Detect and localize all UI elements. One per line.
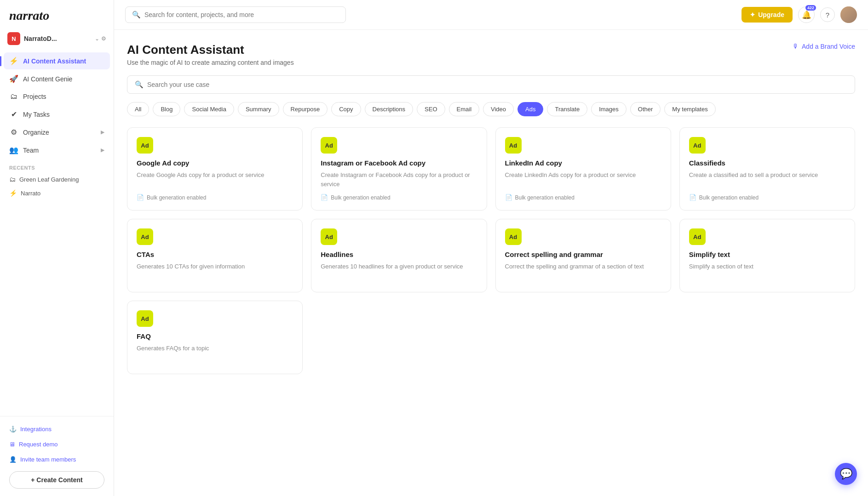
- recent-item-green-leaf[interactable]: 🗂 Green Leaf Gardening: [0, 172, 114, 186]
- card-headlines[interactable]: Ad Headlines Generates 10 headlines for …: [311, 219, 487, 292]
- user-avatar[interactable]: [840, 6, 857, 23]
- bulk-icon: 📄: [137, 194, 144, 201]
- chevron-down-icon[interactable]: ⌄: [95, 35, 99, 42]
- card-badge: Ad: [689, 137, 706, 154]
- filter-tab-copy[interactable]: Copy: [331, 102, 361, 116]
- workspace-selector[interactable]: N NarratoD... ⌄ ⚙: [0, 29, 114, 49]
- search-icon: 🔍: [132, 11, 141, 19]
- card-badge: Ad: [137, 228, 153, 245]
- lightning-icon: ⚡: [9, 189, 17, 197]
- filter-tab-summary[interactable]: Summary: [238, 102, 279, 116]
- card-ctas[interactable]: Ad CTAs Generates 10 CTAs for given info…: [127, 219, 303, 292]
- card-faq[interactable]: Ad FAQ Generates FAQs for a topic: [127, 301, 303, 374]
- sidebar-item-organize[interactable]: ⚙ Organize ▶: [4, 124, 110, 141]
- card-title: Correct spelling and grammar: [505, 251, 661, 258]
- check-icon: ✔: [9, 110, 18, 119]
- card-badge: Ad: [505, 137, 522, 154]
- card-desc: Correct the spelling and grammar of a se…: [505, 262, 661, 283]
- filter-tab-video[interactable]: Video: [483, 102, 514, 116]
- filter-tabs: All Blog Social Media Summary Repurpose …: [127, 102, 855, 116]
- card-badge: Ad: [321, 137, 337, 154]
- card-badge: Ad: [137, 137, 153, 154]
- bulk-label: Bulk generation enabled: [515, 194, 575, 201]
- recent-item-label: Narrato: [21, 190, 40, 197]
- filter-tab-translate[interactable]: Translate: [547, 102, 587, 116]
- filter-tab-other[interactable]: Other: [630, 102, 661, 116]
- sidebar-item-label: Organize: [23, 129, 49, 136]
- star-icon: ✦: [750, 11, 755, 18]
- sidebar-item-my-tasks[interactable]: ✔ My Tasks: [4, 106, 110, 123]
- filter-tab-seo[interactable]: SEO: [417, 102, 445, 116]
- sidebar: narrato N NarratoD... ⌄ ⚙ ⚡ AI Content A…: [0, 0, 114, 496]
- notification-badge: 422: [805, 5, 816, 11]
- sidebar-item-team[interactable]: 👥 Team ▶: [4, 142, 110, 159]
- workspace-controls: ⌄ ⚙: [95, 35, 106, 42]
- rocket-icon: 🚀: [9, 74, 18, 83]
- card-desc: Create Google Ads copy for a product or …: [137, 171, 293, 188]
- page-title: AI Content Assistant: [127, 43, 294, 57]
- request-demo-link[interactable]: 🖥 Request demo: [4, 437, 110, 451]
- filter-tab-ads[interactable]: Ads: [517, 102, 543, 116]
- card-classifieds[interactable]: Ad Classifieds Create a classified ad to…: [679, 127, 855, 211]
- create-content-button[interactable]: + Create Content: [9, 471, 104, 489]
- global-search-bar[interactable]: 🔍: [125, 6, 346, 23]
- bulk-label: Bulk generation enabled: [147, 194, 206, 201]
- card-linkedin-ad[interactable]: Ad LinkedIn Ad copy Create LinkedIn Ads …: [495, 127, 671, 211]
- card-instagram-facebook-ad[interactable]: Ad Instagram or Facebook Ad copy Create …: [311, 127, 487, 211]
- invite-team-label: Invite team members: [20, 456, 76, 463]
- header-right: ✦ Upgrade 🔔 422 ?: [742, 6, 857, 23]
- filter-tab-descriptions[interactable]: Descriptions: [365, 102, 414, 116]
- recents-label: Recents: [0, 159, 114, 172]
- gear-icon: ⚙: [9, 128, 18, 137]
- request-demo-label: Request demo: [19, 441, 58, 448]
- main-content: 🔍 ✦ Upgrade 🔔 422 ? AI Content Assistant: [114, 0, 868, 496]
- global-search-input[interactable]: [144, 11, 339, 18]
- team-icon: 👥: [9, 146, 18, 154]
- filter-tab-all[interactable]: All: [127, 102, 149, 116]
- filter-tab-social-media[interactable]: Social Media: [184, 102, 234, 116]
- card-badge: Ad: [505, 228, 522, 245]
- bulk-icon: 📄: [505, 194, 512, 201]
- filter-tab-my-templates[interactable]: My templates: [664, 102, 715, 116]
- sidebar-item-label: Projects: [23, 93, 46, 100]
- upgrade-label: Upgrade: [758, 11, 784, 18]
- recent-item-label: Green Leaf Gardening: [19, 176, 79, 183]
- filter-tab-images[interactable]: Images: [591, 102, 627, 116]
- workspace-avatar: N: [7, 32, 20, 45]
- card-google-ad[interactable]: Ad Google Ad copy Create Google Ads copy…: [127, 127, 303, 211]
- use-case-search-input[interactable]: [147, 81, 847, 88]
- filter-tab-repurpose[interactable]: Repurpose: [283, 102, 328, 116]
- card-simplify-text[interactable]: Ad Simplify text Simplify a section of t…: [679, 219, 855, 292]
- sidebar-item-projects[interactable]: 🗂 Projects: [4, 88, 110, 105]
- card-desc: Generates 10 headlines for a given produ…: [321, 262, 477, 283]
- card-title: Headlines: [321, 251, 477, 258]
- filter-tab-email[interactable]: Email: [449, 102, 480, 116]
- chat-button[interactable]: 💬: [835, 463, 857, 485]
- page-header: AI Content Assistant Use the magic of AI…: [127, 43, 855, 66]
- invite-team-link[interactable]: 👤 Invite team members: [4, 452, 110, 467]
- recent-item-narrato[interactable]: ⚡ Narrato: [0, 186, 114, 200]
- card-title: Instagram or Facebook Ad copy: [321, 159, 477, 167]
- add-brand-voice-link[interactable]: 🎙 Add a Brand Voice: [793, 43, 855, 50]
- sidebar-item-ai-content-genie[interactable]: 🚀 AI Content Genie: [4, 70, 110, 87]
- bulk-label: Bulk generation enabled: [699, 194, 759, 201]
- card-correct-spelling-grammar[interactable]: Ad Correct spelling and grammar Correct …: [495, 219, 671, 292]
- card-title: Simplify text: [689, 251, 845, 258]
- use-case-search-bar[interactable]: 🔍: [127, 75, 855, 94]
- notifications-button[interactable]: 🔔 422: [798, 6, 815, 23]
- card-title: LinkedIn Ad copy: [505, 159, 661, 167]
- upgrade-button[interactable]: ✦ Upgrade: [742, 7, 793, 23]
- card-desc: Create LinkedIn Ads copy for a product o…: [505, 171, 661, 188]
- card-badge: Ad: [321, 228, 337, 245]
- settings-icon[interactable]: ⚙: [101, 35, 106, 42]
- help-button[interactable]: ?: [820, 7, 835, 22]
- card-desc: Generates FAQs for a topic: [137, 344, 293, 365]
- lightning-icon: ⚡: [9, 57, 18, 65]
- app-header: 🔍 ✦ Upgrade 🔔 422 ?: [114, 0, 868, 30]
- filter-tab-blog[interactable]: Blog: [153, 102, 180, 116]
- integrations-link[interactable]: ⚓ Integrations: [4, 422, 110, 436]
- card-title: Google Ad copy: [137, 159, 293, 167]
- sidebar-item-ai-content-assistant[interactable]: ⚡ AI Content Assistant: [4, 52, 110, 69]
- card-badge: Ad: [689, 228, 706, 245]
- mic-icon: 🎙: [793, 43, 799, 50]
